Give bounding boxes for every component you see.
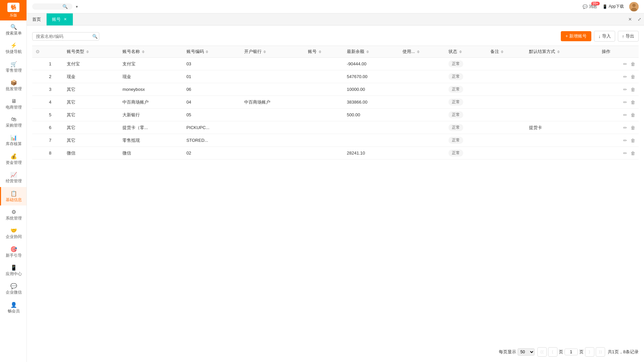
sort-icon-usage bbox=[417, 50, 420, 53]
edit-icon[interactable]: ✏ bbox=[623, 138, 627, 143]
row8-num: 8 bbox=[46, 147, 63, 160]
sidebar-item-wechat[interactable]: 💬 企业微信 bbox=[0, 280, 26, 298]
tab-home-label: 首页 bbox=[32, 16, 41, 22]
col-status[interactable]: 状态 bbox=[445, 46, 487, 58]
next-page-button[interactable]: ⟩ bbox=[585, 347, 594, 357]
edit-icon[interactable]: ✏ bbox=[623, 87, 627, 92]
delete-icon[interactable]: 🗑 bbox=[631, 125, 635, 130]
col-name[interactable]: 账号名称 bbox=[119, 46, 183, 58]
sidebar-item-basics-label: 基础信息 bbox=[6, 197, 22, 202]
col-account[interactable]: 账号 bbox=[305, 46, 343, 58]
tab-account[interactable]: 账号 ✕ bbox=[47, 13, 73, 25]
window-controls: ✕ ⤢ bbox=[625, 13, 644, 25]
row8-name: 微信 bbox=[119, 147, 183, 160]
delete-icon[interactable]: 🗑 bbox=[631, 138, 635, 143]
search-input[interactable] bbox=[36, 34, 92, 39]
col-bank[interactable]: 开户银行 bbox=[241, 46, 305, 58]
row7-default-payment bbox=[526, 134, 598, 147]
app-download-button[interactable]: 📱 App下载 bbox=[602, 4, 624, 9]
add-account-button[interactable]: + 新增账号 bbox=[561, 31, 591, 41]
sidebar-item-finance[interactable]: 💰 资金管理 bbox=[0, 150, 26, 168]
delete-icon[interactable]: 🗑 bbox=[631, 61, 635, 67]
prev-page-button[interactable]: ⟨ bbox=[548, 347, 557, 357]
maximize-button[interactable]: ⤢ bbox=[635, 13, 644, 25]
delete-icon[interactable]: 🗑 bbox=[631, 87, 635, 92]
top-search-box[interactable]: 🔍 bbox=[32, 3, 72, 10]
delete-icon[interactable]: 🗑 bbox=[631, 150, 635, 156]
member-icon: 👤 bbox=[10, 302, 17, 308]
message-icon: 💬 bbox=[583, 4, 588, 9]
spacer bbox=[32, 160, 639, 342]
col-settings: ⚙ bbox=[32, 46, 46, 58]
edit-icon[interactable]: ✏ bbox=[623, 150, 627, 156]
gear-icon[interactable]: ⚙ bbox=[36, 49, 40, 54]
import-button[interactable]: ↓ 导入 bbox=[594, 31, 615, 42]
col-actions: 操作 bbox=[598, 46, 639, 58]
edit-icon[interactable]: ✏ bbox=[623, 61, 627, 67]
sort-icon-account bbox=[319, 50, 321, 53]
sidebar-item-member[interactable]: 👤 畅会员 bbox=[0, 298, 26, 317]
sidebar-item-inventory[interactable]: 📊 库存核算 bbox=[0, 131, 26, 149]
sidebar-item-basics[interactable]: 📋 基础信息 bbox=[0, 187, 26, 205]
status-badge: 正常 bbox=[448, 149, 463, 157]
sidebar-item-app-center-label: 应用中心 bbox=[6, 272, 22, 276]
sidebar-item-shortcut[interactable]: ⚡ 快捷导航 bbox=[0, 39, 26, 57]
finance-icon: 💰 bbox=[10, 153, 17, 160]
row2-usage bbox=[399, 70, 445, 83]
top-search-input[interactable] bbox=[36, 4, 62, 9]
row4-bank: 中百商场账户 bbox=[241, 96, 305, 109]
row8-usage bbox=[399, 147, 445, 160]
edit-icon[interactable]: ✏ bbox=[623, 125, 627, 130]
sidebar-item-wholesale[interactable]: 📦 批发管理 bbox=[0, 76, 26, 95]
ecommerce-icon: 🖥 bbox=[11, 98, 16, 104]
user-avatar[interactable] bbox=[629, 2, 639, 11]
col-note[interactable]: 备注 bbox=[487, 46, 526, 58]
message-button[interactable]: 💬 消息 99+ bbox=[583, 4, 597, 9]
sidebar-item-system[interactable]: ⚙ 系统管理 bbox=[0, 205, 26, 224]
minimize-button[interactable]: ✕ bbox=[625, 13, 635, 25]
sidebar-item-operations[interactable]: 📈 经营管理 bbox=[0, 168, 26, 187]
row6-note bbox=[487, 121, 526, 134]
sidebar-item-retail[interactable]: 🛒 零售管理 bbox=[0, 58, 26, 76]
row7-num: 7 bbox=[46, 134, 63, 147]
status-badge: 正常 bbox=[448, 124, 463, 131]
row1-code: 03 bbox=[183, 58, 241, 70]
row2-note bbox=[487, 70, 526, 83]
edit-icon[interactable]: ✏ bbox=[623, 74, 627, 79]
delete-icon[interactable]: 🗑 bbox=[631, 112, 635, 118]
header-dropdown[interactable]: ▾ bbox=[75, 4, 78, 9]
row4-name: 中百商场账户 bbox=[119, 96, 183, 109]
row5-num: 5 bbox=[46, 109, 63, 121]
sidebar-item-purchase[interactable]: 🛍 采购管理 bbox=[0, 113, 26, 131]
export-button[interactable]: ↑ 导出 bbox=[618, 31, 639, 42]
last-page-button[interactable]: ⟩⟩ bbox=[596, 347, 605, 357]
tab-home[interactable]: 首页 bbox=[27, 13, 47, 25]
basics-icon: 📋 bbox=[10, 190, 17, 197]
edit-icon[interactable]: ✏ bbox=[623, 112, 627, 118]
row7-balance bbox=[343, 134, 399, 147]
search-box[interactable]: 🔍 bbox=[32, 32, 99, 41]
first-page-button[interactable]: ⟨⟨ bbox=[537, 347, 547, 357]
toolbar: 🔍 + 新增账号 ↓ 导入 ↑ 导出 bbox=[32, 31, 639, 42]
col-type[interactable]: 账号类型 bbox=[63, 46, 119, 58]
row1-type: 支付宝 bbox=[63, 58, 119, 70]
row4-default-payment bbox=[526, 96, 598, 109]
sidebar-item-enterprise[interactable]: 🤝 企业协同 bbox=[0, 224, 26, 242]
col-usage[interactable]: 使用... bbox=[399, 46, 445, 58]
tab-account-close[interactable]: ✕ bbox=[63, 17, 67, 22]
sidebar-item-app-center[interactable]: 📱 应用中心 bbox=[0, 261, 26, 280]
delete-icon[interactable]: 🗑 bbox=[631, 74, 635, 79]
col-code[interactable]: 账号编码 bbox=[183, 46, 241, 58]
col-balance[interactable]: 最新余额 bbox=[343, 46, 399, 58]
sidebar-item-ecommerce[interactable]: 🖥 电商管理 bbox=[0, 95, 26, 113]
sidebar-item-search[interactable]: 🔍 搜索菜单 bbox=[0, 20, 26, 39]
row8-bank bbox=[241, 147, 305, 160]
row7-settings bbox=[32, 134, 46, 147]
row1-balance: -90444.00 bbox=[343, 58, 399, 70]
per-page-select[interactable]: 50 100 200 bbox=[518, 348, 535, 356]
edit-icon[interactable]: ✏ bbox=[623, 100, 627, 105]
sidebar-item-guide[interactable]: 🎯 新手引导 bbox=[0, 243, 26, 261]
page-input[interactable] bbox=[565, 349, 578, 355]
delete-icon[interactable]: 🗑 bbox=[631, 100, 635, 105]
col-default-payment[interactable]: 默认结算方式 bbox=[526, 46, 598, 58]
